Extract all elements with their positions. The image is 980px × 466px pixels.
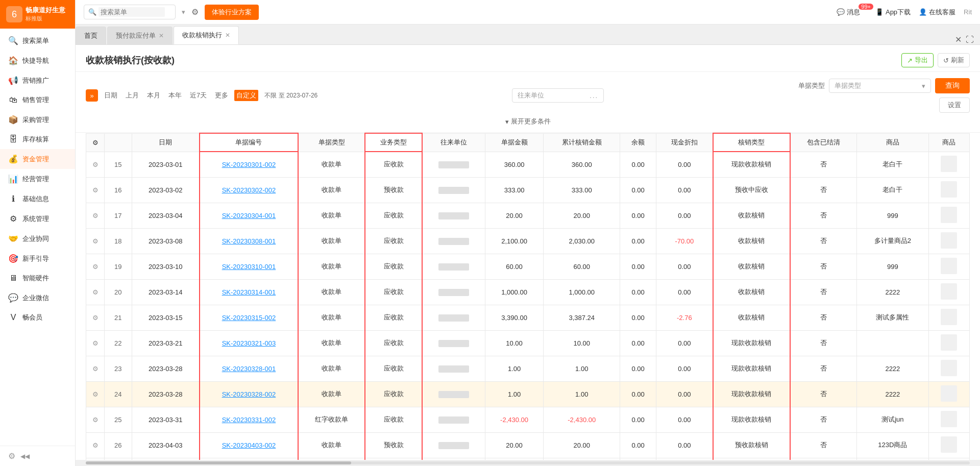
th-gear[interactable]: ⚙ xyxy=(86,133,105,152)
td-bill-no: SK-20230302-002 xyxy=(200,177,298,203)
page-content: 收款核销执行(按收款) ↗ 导出 ↺ 刷新 » 日期 上月 xyxy=(76,45,980,466)
sidebar-item-marketing[interactable]: 📢 营销推广 xyxy=(0,70,75,90)
topbar-gear-icon[interactable]: ⚙ xyxy=(191,7,199,17)
sidebar-item-search[interactable]: 🔍 搜索菜单 xyxy=(0,31,75,51)
td-gear[interactable]: ⚙ xyxy=(86,152,105,177)
td-gear[interactable]: ⚙ xyxy=(86,330,105,356)
sidebar-item-wechat[interactable]: 💬 企业微信 xyxy=(0,288,75,308)
td-bill-type: 收款单 xyxy=(298,152,365,177)
last-7days-link[interactable]: 近7天 xyxy=(188,90,209,101)
td-gear[interactable]: ⚙ xyxy=(86,356,105,381)
bill-no-link[interactable]: SK-20230328-002 xyxy=(222,390,276,398)
td-cancel-type: 收款核销 xyxy=(713,203,790,228)
sidebar-item-basic[interactable]: ℹ 基础信息 xyxy=(0,189,75,209)
td-date: 2023-03-14 xyxy=(132,279,200,305)
bill-no-link[interactable]: SK-20230302-002 xyxy=(222,186,276,194)
sidebar-item-hardware[interactable]: 🖥 智能硬件 xyxy=(0,268,75,288)
td-gear[interactable]: ⚙ xyxy=(86,228,105,254)
partner-filter[interactable]: 往来单位 ... xyxy=(512,88,604,103)
sidebar-item-purchase[interactable]: 📦 采购管理 xyxy=(0,110,75,130)
last-month-link[interactable]: 上月 xyxy=(124,90,141,101)
chevron-down-icon: ▾ xyxy=(505,118,509,126)
more-date-link[interactable]: 更多 xyxy=(213,90,230,101)
tab-expand-icon[interactable]: ⛶ xyxy=(966,35,974,44)
online-service-button[interactable]: 👤 在线客服 xyxy=(919,8,955,17)
sidebar-item-operations[interactable]: 📊 经营管理 xyxy=(0,169,75,189)
sidebar-item-corp[interactable]: 🤝 企业协同 xyxy=(0,229,75,249)
bill-no-link[interactable]: SK-20230308-001 xyxy=(222,237,276,245)
bill-no-link[interactable]: SK-20230314-001 xyxy=(222,288,276,296)
td-gear[interactable]: ⚙ xyxy=(86,279,105,305)
data-table: ⚙ 日期 单据编号 单据类型 业务类型 往来单位 单据金额 累计核销金额 余额 … xyxy=(86,133,970,460)
sidebar-item-quick-nav[interactable]: 🏠 快捷导航 xyxy=(0,51,75,70)
tab-prepay[interactable]: 预付款应付单 ✕ xyxy=(107,27,173,44)
th-cash-discount: 现金折扣 xyxy=(656,133,713,152)
setting-button[interactable]: 设置 xyxy=(939,97,970,113)
sidebar-item-inventory[interactable]: 🗄 库存核算 xyxy=(0,130,75,149)
app-download-button[interactable]: 📱 App下载 xyxy=(875,8,911,17)
td-partner xyxy=(422,254,485,279)
th-partner: 往来单位 xyxy=(422,133,485,152)
sidebar-item-finance[interactable]: 💰 资金管理 xyxy=(0,149,75,169)
collection-tab-close[interactable]: ✕ xyxy=(225,32,230,39)
scrollbar-thumb[interactable] xyxy=(86,461,351,464)
export-button[interactable]: ↗ 导出 xyxy=(901,53,934,67)
refresh-button[interactable]: ↺ 刷新 xyxy=(938,53,970,67)
sidebar-item-sales[interactable]: 🛍 销售管理 xyxy=(0,90,75,110)
td-gear[interactable]: ⚙ xyxy=(86,177,105,203)
bill-no-link[interactable]: SK-20230331-002 xyxy=(222,416,276,424)
sidebar-label-purchase: 采购管理 xyxy=(22,115,49,125)
bill-no-link[interactable]: SK-20230310-001 xyxy=(222,263,276,271)
prepay-tab-close[interactable]: ✕ xyxy=(159,32,164,39)
table-wrap: ⚙ 日期 单据编号 单据类型 业务类型 往来单位 单据金额 累计核销金额 余额 … xyxy=(76,133,980,460)
tab-close-all-icon[interactable]: ✕ xyxy=(955,35,962,44)
td-acc-amount: 360.00 xyxy=(544,152,620,177)
th-goods-img: 商品 xyxy=(928,133,969,152)
td-balance: 0.00 xyxy=(620,228,656,254)
this-month-link[interactable]: 本月 xyxy=(145,90,162,101)
bill-no-link[interactable]: SK-20230315-002 xyxy=(222,314,276,322)
td-gear[interactable]: ⚙ xyxy=(86,254,105,279)
solution-button[interactable]: 体验行业方案 xyxy=(205,5,259,20)
td-gear[interactable]: ⚙ xyxy=(86,432,105,458)
td-gear[interactable]: ⚙ xyxy=(86,407,105,432)
bill-no-link[interactable]: SK-20230321-003 xyxy=(222,339,276,347)
td-gear[interactable]: ⚙ xyxy=(86,305,105,330)
query-button[interactable]: 查询 xyxy=(935,78,970,93)
expand-conditions-button[interactable]: ▾ 展开更多条件 xyxy=(505,117,551,126)
td-balance: 0.00 xyxy=(620,177,656,203)
search-bar[interactable]: 🔍 xyxy=(84,5,176,19)
filter-toggle-button[interactable]: » xyxy=(86,89,98,102)
table-row: ⚙ 18 2023-03-08 SK-20230308-001 收款单 应收款 … xyxy=(86,228,970,254)
td-cash-discount: 0.00 xyxy=(656,432,713,458)
td-goods: 999 xyxy=(856,254,928,279)
td-goods: 2222 xyxy=(856,279,928,305)
goods-image xyxy=(941,258,957,274)
message-button[interactable]: 💬 消息 99+ xyxy=(837,8,867,17)
bill-no-link[interactable]: SK-20230304-001 xyxy=(222,212,276,219)
custom-date-link[interactable]: 自定义 xyxy=(234,90,258,101)
sidebar-logo: 6 畅康道好生意 标推版 xyxy=(0,0,75,29)
bill-no-link[interactable]: SK-20230301-002 xyxy=(222,161,276,168)
th-goods: 商品 xyxy=(856,133,928,152)
td-partner xyxy=(422,330,485,356)
horizontal-scrollbar[interactable] xyxy=(76,460,980,466)
td-biz-type: 应收款 xyxy=(365,305,422,330)
td-gear[interactable]: ⚙ xyxy=(86,381,105,407)
td-goods-img xyxy=(928,203,969,228)
bill-no-link[interactable]: SK-20230403-002 xyxy=(222,442,276,449)
footer-collapse-icon[interactable]: ◀◀ xyxy=(20,453,30,460)
bill-no-link[interactable]: SK-20230328-001 xyxy=(222,365,276,373)
tab-home[interactable]: 首页 xyxy=(76,27,106,44)
td-gear[interactable]: ⚙ xyxy=(86,203,105,228)
sidebar-item-system[interactable]: ⚙ 系统管理 xyxy=(0,209,75,229)
receipt-type-filter[interactable]: 单据类型 ▾ xyxy=(829,79,931,93)
td-goods: 老白干 xyxy=(856,152,928,177)
footer-settings-icon[interactable]: ⚙ xyxy=(8,451,15,461)
sidebar-item-member[interactable]: V 畅会员 xyxy=(0,308,75,327)
td-goods-img xyxy=(928,228,969,254)
search-input[interactable] xyxy=(99,7,165,17)
this-year-link[interactable]: 本年 xyxy=(166,90,184,101)
tab-collection-exec[interactable]: 收款核销执行 ✕ xyxy=(174,26,239,44)
sidebar-item-newbie[interactable]: 🎯 新手引导 xyxy=(0,249,75,268)
